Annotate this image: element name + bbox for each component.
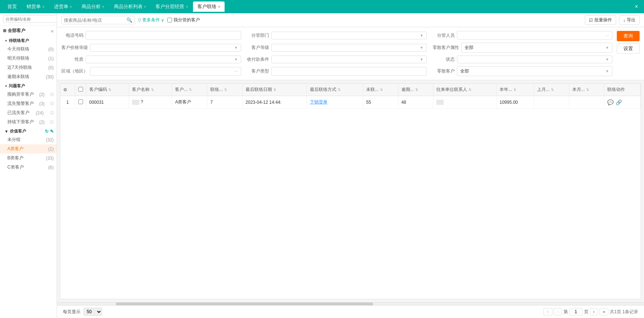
phone-input[interactable] (86, 31, 241, 40)
sidebar-fold-icon[interactable]: « (51, 28, 54, 34)
sidebar-problem-group[interactable]: ▼ 问题客户 (0, 81, 57, 90)
sidebar: 🔍 ⊞ 全部客户 « ▼ 待联络客户 今天待联络 (0) 明天待联络 (1) 近… (0, 13, 57, 318)
nature-select[interactable]: ▼ (86, 56, 241, 63)
col-overdue: 逾期... ⇅ (398, 84, 433, 96)
nav-product-analysis[interactable]: 商品分析 × (77, 1, 109, 12)
chat-icon[interactable]: 💬 (607, 99, 613, 105)
nav-product-analysis-close[interactable]: × (102, 5, 104, 9)
per-page-select[interactable]: 50 100 200 (83, 308, 102, 316)
row-this-year-value: 10995.00 (500, 100, 518, 105)
sort-name-icon[interactable]: ⇅ (151, 88, 154, 92)
row-last-method-link[interactable]: 下销货单 (310, 99, 328, 105)
sort-last-month-icon[interactable]: ⇅ (551, 88, 554, 92)
filter-region: 区域（地区） ··· (61, 67, 241, 76)
declining-info-icon[interactable]: ⓘ (50, 120, 54, 125)
sidebar-value-group[interactable]: ▼ 价值客户 ↻ ✎ (0, 127, 57, 135)
price-level-select[interactable]: ▼ (90, 44, 241, 52)
all-customers-label: 全部客户 (8, 28, 25, 34)
nav-sales[interactable]: 销货单 × (22, 1, 49, 12)
col-settings[interactable]: ⚙ (60, 84, 75, 96)
filter-status: 状态 ▼ (433, 56, 612, 63)
lost-info-icon[interactable]: ⓘ (50, 110, 54, 116)
sort-overdue-icon[interactable]: ⇅ (415, 88, 418, 92)
edit-icon[interactable]: ✎ (50, 129, 54, 134)
retail-customer-select[interactable]: 全部 ▼ (457, 66, 612, 76)
sidebar-item-unclassified[interactable]: 未分组 (32) (0, 135, 57, 144)
price-level-arrow-icon: ▼ (234, 46, 238, 50)
payment-select[interactable]: ▼ (271, 56, 427, 63)
page-input[interactable] (569, 308, 583, 315)
nav-close-all[interactable]: × (632, 3, 641, 10)
batch-op-button[interactable]: ☑ 批量操作 (585, 15, 616, 25)
manager-select[interactable]: ··· (457, 31, 612, 40)
query-button[interactable]: 查询 (617, 31, 640, 41)
nav-product-list[interactable]: 商品分析列表 × (110, 1, 151, 12)
export-button[interactable]: ↓ 导出 (619, 15, 640, 25)
row-overdue: 48 (398, 96, 433, 109)
sidebar-pending-group[interactable]: ▼ 待联络客户 (0, 36, 57, 45)
dept-arrow-icon: ▼ (420, 33, 423, 38)
sidebar-item-a-class[interactable]: A类客户 (1) (0, 144, 57, 153)
row-checkbox[interactable] (78, 99, 83, 104)
settings-button[interactable]: 设置 (617, 43, 640, 54)
horizontal-scrollbar[interactable] (57, 302, 644, 305)
sidebar-all-customers[interactable]: ⊞ 全部客户 « (0, 25, 57, 36)
sidebar-item-c-class[interactable]: C类客户 (6) (0, 163, 57, 172)
sidebar-item-7days[interactable]: 近7天待联络 (0) (0, 63, 57, 72)
sort-type-icon[interactable]: ⇅ (189, 88, 192, 92)
customer-level-select[interactable]: ▼ (271, 44, 427, 52)
nav-product-list-close[interactable]: × (144, 5, 146, 9)
value-group-actions: ↻ ✎ (45, 129, 54, 134)
sidebar-item-tomorrow[interactable]: 明天待联络 (1) (0, 54, 57, 63)
first-page-btn[interactable]: « (543, 308, 552, 315)
last-page-btn[interactable]: » (600, 308, 609, 315)
region-select[interactable]: ··· (90, 67, 241, 76)
sidebar-item-loss-warning[interactable]: 流失预警客户 (3) ⓘ (0, 99, 57, 108)
settings-icon[interactable]: ⚙ (63, 87, 67, 92)
sidebar-item-lost[interactable]: 已流失客户 (24) ⓘ (0, 108, 57, 117)
retail-attr-select[interactable]: 全部 ▼ (461, 43, 612, 53)
sidebar-item-b-class[interactable]: B类客户 (33) (0, 153, 57, 163)
nav-customer-contact[interactable]: 客户联络 × (193, 1, 225, 12)
loss-warning-info-icon[interactable]: ⓘ (50, 101, 54, 106)
status-select[interactable]: ▼ (457, 56, 612, 63)
refresh-icon[interactable]: ↻ (45, 129, 49, 134)
nav-customer-segment[interactable]: 客户分层经营 × (151, 1, 192, 12)
sort-this-month-icon[interactable]: ⇅ (586, 88, 589, 92)
sidebar-item-today[interactable]: 今天待联络 (0) (0, 45, 57, 54)
nav-sales-close[interactable]: × (42, 5, 44, 9)
link-icon[interactable]: 🔗 (616, 99, 622, 105)
nav-customer-contact-close[interactable]: × (218, 5, 220, 9)
filter-search-icon[interactable]: 🔍 (126, 17, 132, 23)
nav-purchase-close[interactable]: × (70, 5, 72, 9)
more-conditions-btn[interactable]: ▽ 更多条件 ∨ (138, 17, 164, 23)
sort-this-year-icon[interactable]: ⇅ (514, 88, 516, 92)
name-color-block (132, 100, 139, 105)
scrollbar-thumb[interactable] (116, 303, 373, 305)
sort-last-date-icon[interactable]: ⇅ (273, 88, 276, 92)
sort-code-icon[interactable]: ⇅ (108, 88, 111, 92)
col-name: 客户名称 ⇅ (129, 84, 172, 96)
filter-search-input[interactable] (64, 18, 125, 23)
nav-home[interactable]: 首页 (3, 1, 21, 12)
nav-purchase[interactable]: 进货单 × (50, 1, 76, 12)
col-checkbox[interactable] (75, 84, 86, 96)
nav-customer-segment-close[interactable]: × (186, 5, 188, 9)
sort-contact-person-icon[interactable]: ⇅ (469, 88, 472, 92)
sort-last-method-icon[interactable]: ⇅ (338, 88, 341, 92)
sidebar-item-declining[interactable]: 持续下滑客户 (2) ⓘ (0, 117, 57, 127)
sort-no-contact-icon[interactable]: ⇅ (380, 88, 383, 92)
dept-select[interactable]: ▼ (271, 32, 427, 39)
sidebar-item-hoard[interactable]: 囤购异常客户 (2) ⓘ (0, 90, 57, 99)
sidebar-item-overdue[interactable]: 逾期未联络 (30) (0, 72, 57, 81)
sort-contact-icon[interactable]: ⇅ (224, 88, 227, 92)
my-customers-checkbox[interactable] (167, 18, 172, 22)
hoard-info-icon[interactable]: ⓘ (50, 92, 54, 97)
customer-type-input[interactable] (271, 67, 427, 76)
sidebar-search-input[interactable] (3, 15, 57, 23)
row-overdue-value: 48 (401, 100, 406, 105)
select-all-checkbox[interactable] (78, 87, 83, 92)
prev-page-btn[interactable]: ‹ (554, 308, 562, 315)
col-this-year-label: 本年... (500, 86, 512, 93)
next-page-btn[interactable]: › (590, 308, 598, 315)
